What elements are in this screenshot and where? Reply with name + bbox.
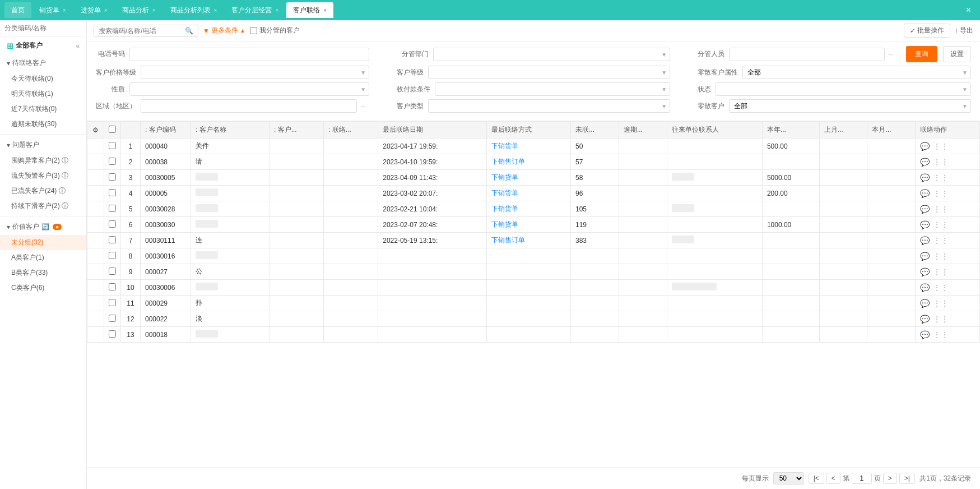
phone-input[interactable] (129, 48, 369, 61)
more-icon[interactable]: ⋮⋮ (933, 267, 949, 276)
more-icon[interactable]: ⋮⋮ (933, 158, 949, 167)
payment-select[interactable] (435, 82, 670, 96)
sidebar-search-input[interactable] (4, 24, 87, 32)
batch-op-btn[interactable]: ✓ 批量操作 (904, 24, 950, 38)
td-check[interactable] (104, 280, 121, 296)
page-number-input[interactable] (852, 473, 872, 484)
sidebar-item-today[interactable]: 今天待联络(0) (0, 71, 86, 86)
td-last-way[interactable] (487, 280, 571, 296)
td-last-way[interactable]: 下销售订单 (487, 233, 571, 248)
more-icon[interactable]: ⋮⋮ (933, 330, 949, 339)
sidebar-item-ungroup[interactable]: 未分组(32) (0, 235, 86, 250)
row-checkbox[interactable] (109, 330, 116, 338)
more-icon[interactable]: ⋮⋮ (933, 299, 949, 308)
th-name[interactable]: : 客户名称 (191, 122, 270, 139)
more-icon[interactable]: ⋮⋮ (933, 142, 949, 151)
sidebar-item-b-class[interactable]: B类客户(33) (0, 265, 86, 280)
tab-home[interactable]: 首页 (4, 2, 31, 18)
sidebar-item-churn-warning[interactable]: 流失预警客户(3) ⓘ (0, 168, 86, 183)
th-check[interactable] (104, 122, 121, 139)
th-this-year[interactable]: 本年... (762, 122, 819, 139)
td-last-way[interactable] (487, 264, 571, 280)
tab-customer-contact[interactable]: 客户联络 × (286, 2, 333, 18)
chat-icon[interactable]: 💬 (920, 205, 930, 214)
td-last-way[interactable] (487, 327, 571, 343)
scatter-customer-select[interactable]: 全部 (729, 99, 971, 113)
row-checkbox[interactable] (109, 205, 116, 212)
td-last-way[interactable]: 下销货单 (487, 139, 571, 154)
chat-icon[interactable]: 💬 (920, 220, 930, 229)
th-code[interactable]: : 客户编码 (141, 122, 191, 139)
th-settings[interactable]: ⚙ (87, 122, 104, 139)
close-icon[interactable]: × (63, 7, 66, 13)
td-check[interactable] (104, 327, 121, 343)
td-last-way[interactable] (487, 296, 571, 311)
more-icon[interactable]: ⋮⋮ (933, 205, 949, 214)
sidebar-item-abnormal[interactable]: 囤购异常客户(2) ⓘ (0, 153, 86, 168)
first-page-btn[interactable]: |< (809, 473, 824, 484)
contact-way-link[interactable]: 下销货单 (491, 173, 518, 181)
region-input[interactable] (141, 99, 357, 113)
th-no-contact[interactable]: 未联... (570, 122, 619, 139)
row-checkbox[interactable] (109, 142, 116, 149)
row-checkbox[interactable] (109, 267, 116, 275)
select-all-checkbox[interactable] (109, 126, 116, 133)
chat-icon[interactable]: 💬 (920, 189, 930, 198)
reset-btn[interactable]: 设置 (943, 46, 971, 62)
chat-icon[interactable]: 💬 (920, 330, 930, 339)
contact-way-link[interactable]: 下销货单 (491, 205, 518, 213)
sidebar-item-declining[interactable]: 持续下滑客户(2) ⓘ (0, 199, 86, 214)
query-btn[interactable]: 查询 (906, 46, 937, 62)
td-check[interactable] (104, 264, 121, 280)
per-page-select[interactable]: 50 100 (773, 472, 804, 485)
chat-icon[interactable]: 💬 (920, 236, 930, 245)
chat-icon[interactable]: 💬 (920, 267, 930, 276)
th-last-date[interactable]: 最后联络日期 (378, 122, 487, 139)
contact-way-link[interactable]: 下销货单 (491, 220, 518, 228)
manager-dots-icon[interactable]: ··· (885, 50, 897, 58)
dept-select[interactable] (433, 48, 670, 61)
th-last-month[interactable]: 上月... (819, 122, 867, 139)
chat-icon[interactable]: 💬 (920, 158, 930, 167)
td-last-way[interactable]: 下销货单 (487, 186, 571, 201)
last-page-btn[interactable]: >| (899, 473, 915, 484)
td-check[interactable] (104, 154, 121, 170)
contact-way-link[interactable]: 下销售订单 (491, 236, 525, 244)
td-check[interactable] (104, 217, 121, 233)
close-icon[interactable]: × (323, 7, 327, 13)
customer-type-select[interactable] (428, 99, 670, 113)
td-check[interactable] (104, 233, 121, 248)
tab-goods-analysis[interactable]: 商品分析 × (115, 2, 162, 18)
contact-way-link[interactable]: 下销售订单 (491, 158, 525, 165)
sidebar-collapse-icon[interactable]: « (76, 42, 80, 50)
contact-way-link[interactable]: 下销货单 (491, 142, 518, 150)
chat-icon[interactable]: 💬 (920, 299, 930, 308)
td-last-way[interactable]: 下销货单 (487, 201, 571, 217)
nature-select[interactable] (129, 82, 369, 96)
manager-input[interactable] (729, 48, 885, 61)
td-check[interactable] (104, 170, 121, 186)
next-page-btn[interactable]: > (883, 473, 897, 484)
sidebar-item-overdue[interactable]: 逾期未联络(30) (0, 117, 86, 132)
td-last-way[interactable]: 下销售订单 (487, 154, 571, 170)
th-this-month[interactable]: 本月... (867, 122, 916, 139)
chat-icon[interactable]: 💬 (920, 252, 930, 261)
scatter-attr-select[interactable]: 全部 (742, 66, 971, 79)
more-icon[interactable]: ⋮⋮ (933, 315, 949, 324)
filter-my-customers[interactable]: 我分管的客户 (250, 26, 300, 35)
chat-icon[interactable]: 💬 (920, 283, 930, 292)
td-check[interactable] (104, 201, 121, 217)
chat-icon[interactable]: 💬 (920, 315, 930, 324)
tab-purchase[interactable]: 进货单 × (74, 2, 114, 18)
more-icon[interactable]: ⋮⋮ (933, 252, 949, 261)
more-icon[interactable]: ⋮⋮ (933, 220, 949, 229)
row-checkbox[interactable] (109, 189, 116, 196)
my-customers-checkbox[interactable] (250, 27, 257, 34)
sidebar-all-customers[interactable]: ⊞ 全部客户 « (0, 36, 86, 55)
tab-goods-list[interactable]: 商品分析列表 × (164, 2, 224, 18)
sidebar-item-a-class[interactable]: A类客户(1) (0, 250, 86, 265)
price-level-select[interactable] (141, 66, 369, 79)
more-icon[interactable]: ⋮⋮ (933, 189, 949, 198)
refresh-icon[interactable]: 🔄 (41, 223, 49, 230)
region-dots-icon[interactable]: ··· (357, 102, 369, 110)
